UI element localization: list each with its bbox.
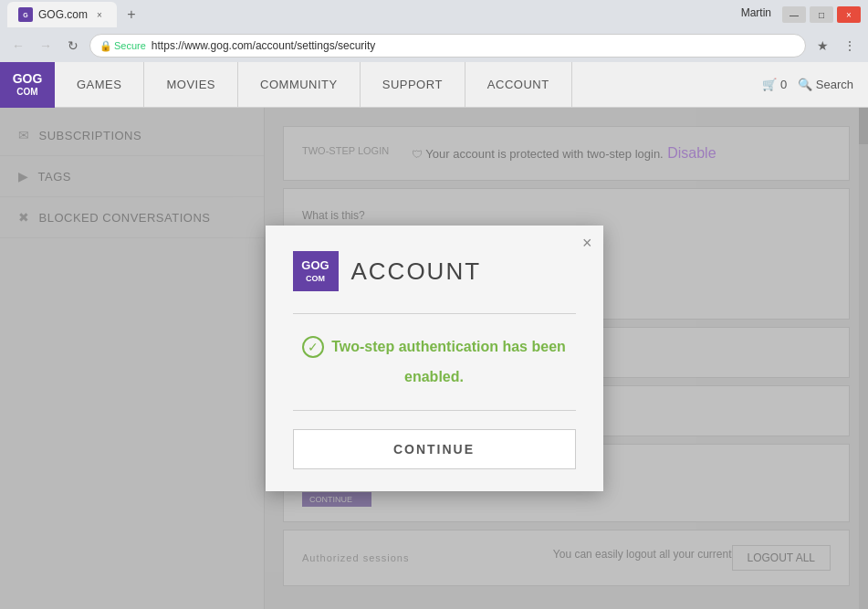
secure-badge: 🔒 Secure — [99, 40, 146, 52]
browser-menu-btn[interactable]: ⋮ — [839, 35, 861, 57]
forward-btn[interactable]: → — [35, 35, 57, 57]
favicon-text: G — [23, 12, 27, 18]
url-text: https://www.gog.com/account/settings/sec… — [152, 39, 375, 52]
nav-support[interactable]: SUPPORT — [361, 62, 465, 107]
modal-dialog: × GOG COM ACCOUNT ✓ Two — [266, 226, 603, 490]
nav-items: GAMES MOVIES COMMUNITY SUPPORT ACCOUNT — [55, 62, 572, 107]
nav-community[interactable]: COMMUNITY — [238, 62, 361, 107]
modal-logo: GOG COM — [293, 251, 339, 291]
title-bar-left: G GOG.com × + — [7, 2, 142, 27]
refresh-btn[interactable]: ↻ — [62, 35, 84, 57]
modal-divider2 — [293, 410, 576, 411]
check-icon: ✓ — [308, 340, 319, 354]
tab-close-btn[interactable]: × — [93, 8, 106, 21]
back-btn[interactable]: ← — [7, 35, 29, 57]
nav-account[interactable]: ACCOUNT — [465, 62, 572, 107]
success-text-line1: Two-step authentication has been — [331, 337, 566, 357]
gog-logo[interactable]: GOG COM — [0, 62, 55, 108]
success-text-line2: enabled. — [404, 367, 464, 387]
modal-divider — [293, 313, 576, 314]
tab-favicon: G — [18, 7, 33, 22]
title-bar-right: Martin — □ × — [741, 6, 861, 23]
close-button[interactable]: × — [837, 6, 861, 23]
browser-tab[interactable]: G GOG.com × — [7, 2, 117, 27]
nav-games[interactable]: GAMES — [55, 62, 144, 107]
modal-logo-text: GOG COM — [301, 258, 329, 285]
main-content: ✉ SUBSCRIPTIONS ▶ TAGS ✖ BLOCKED CONVERS… — [0, 108, 868, 609]
minimize-button[interactable]: — — [782, 6, 806, 23]
bookmark-btn[interactable]: ★ — [811, 35, 833, 57]
modal-success: ✓ Two-step authentication has been enabl… — [293, 336, 576, 387]
success-row: ✓ Two-step authentication has been — [302, 336, 566, 358]
nav-movies[interactable]: MOVIES — [144, 62, 238, 107]
secure-label: Secure — [114, 40, 146, 51]
search-btn[interactable]: 🔍 Search — [798, 78, 853, 91]
address-bar: ← → ↻ 🔒 Secure https://www.gog.com/accou… — [0, 29, 868, 62]
lock-icon: 🔒 — [99, 40, 112, 52]
user-name: Martin — [741, 6, 771, 23]
maximize-button[interactable]: □ — [810, 6, 833, 23]
success-check-icon: ✓ — [302, 336, 324, 358]
new-tab-btn[interactable]: + — [120, 4, 142, 26]
modal-header: GOG COM ACCOUNT — [293, 251, 576, 291]
continue-button[interactable]: CONTINUE — [293, 429, 576, 469]
tab-label: GOG.com — [38, 8, 88, 21]
gog-logo-text: GOG COM — [13, 71, 43, 98]
modal-title: ACCOUNT — [351, 257, 482, 286]
nav-right: 🛒 0 🔍 Search — [748, 78, 868, 91]
cart-btn[interactable]: 🛒 0 — [762, 78, 787, 91]
title-bar: G GOG.com × + Martin — □ × — [0, 0, 868, 29]
gog-navigation: GOG COM GAMES MOVIES COMMUNITY SUPPORT A… — [0, 62, 868, 108]
url-bar[interactable]: 🔒 Secure https://www.gog.com/account/set… — [89, 34, 806, 58]
modal-overlay: × GOG COM ACCOUNT ✓ Two — [0, 108, 868, 609]
modal-close-btn[interactable]: × — [582, 235, 592, 251]
